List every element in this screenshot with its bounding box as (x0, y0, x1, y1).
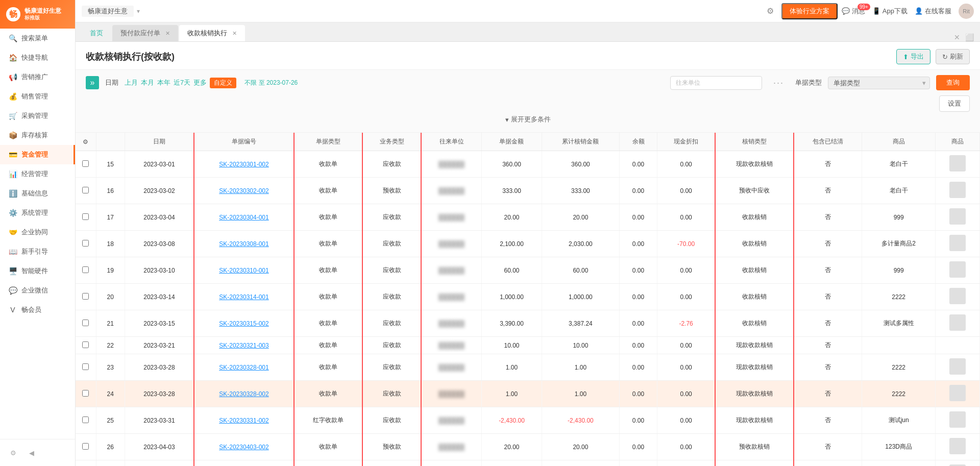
sidebar-item-search-menu[interactable]: 🔍搜索菜单 (0, 29, 75, 48)
operations-label: 经营管理 (21, 169, 48, 179)
voucher-no-link[interactable]: SK-20230302-002 (219, 187, 268, 194)
cell-check[interactable] (76, 354, 96, 381)
row-checkbox[interactable] (82, 390, 89, 397)
voucher-no-link[interactable]: SK-20230301-002 (219, 161, 268, 168)
last-7-days-btn[interactable]: 近7天 (174, 78, 190, 87)
tab-expand-icon[interactable]: ⬜ (965, 33, 974, 41)
table-row: 25 2023-03-31 SK-20230331-002 红字收款单 应收款 … (76, 407, 980, 434)
sidebar-item-marketing[interactable]: 📢营销推广 (0, 67, 75, 87)
voucher-no-link[interactable]: SK-20230331-002 (219, 417, 268, 424)
cell-written-off: 1.00 (542, 354, 619, 381)
cell-check[interactable] (76, 257, 96, 284)
topbar-service[interactable]: 👤 在线客服 (915, 7, 951, 16)
cell-product: 2222 (862, 354, 936, 381)
sidebar-item-enterprise[interactable]: 🤝企业协同 (0, 223, 75, 242)
row-checkbox[interactable] (82, 240, 89, 247)
voucher-no-link[interactable]: SK-20230304-001 (219, 214, 268, 221)
sidebar-item-sales[interactable]: 💰销售管理 (0, 87, 75, 106)
th-gear[interactable]: ⚙ (76, 133, 96, 151)
this-month-btn[interactable]: 本月 (141, 78, 154, 87)
expand-conditions-btn[interactable]: ▾ 展开更多条件 (505, 115, 551, 124)
voucher-no-link[interactable]: SK-20230403-002 (219, 444, 268, 451)
custom-date-btn[interactable]: 自定义 (210, 78, 236, 88)
voucher-no-link[interactable]: SK-20230315-002 (219, 320, 268, 327)
data-table: ⚙ 日期 单据编号 单据类型 业务类型 往来单位 单据金额 累计核销金额 余额 … (76, 133, 980, 466)
cell-voucher-type: 收款单 (294, 257, 362, 284)
voucher-type-select[interactable]: 单据类型 (828, 77, 930, 89)
voucher-no-link[interactable]: SK-20230310-001 (219, 267, 268, 274)
row-checkbox[interactable] (82, 341, 89, 348)
solution-button[interactable]: 体验行业方案 (781, 3, 838, 19)
row-checkbox[interactable] (82, 160, 89, 167)
sidebar: 畅 畅康道好生意 标推版 🔍搜索菜单🏠快捷导航📢营销推广💰销售管理🛒采购管理📦库… (0, 0, 76, 466)
table-body: 15 2023-03-01 SK-20230301-002 收款单 应收款 ██… (76, 151, 980, 467)
row-checkbox[interactable] (82, 187, 89, 193)
voucher-no-link[interactable]: SK-20230321-003 (219, 342, 268, 349)
refresh-button[interactable]: ↻ 刷新 (936, 49, 970, 64)
cell-seq: 23 (96, 354, 125, 381)
cell-check[interactable] (76, 310, 96, 337)
this-year-btn[interactable]: 本年 (157, 78, 170, 87)
sidebar-item-member[interactable]: V畅会员 (0, 300, 75, 320)
tab-pre-payment[interactable]: 预付款应付单 ✕ (112, 25, 178, 41)
sidebar-item-inventory[interactable]: 📦库存核算 (0, 126, 75, 145)
row-checkbox[interactable] (82, 363, 89, 370)
sidebar-item-wechat[interactable]: 💬企业微信 (0, 281, 75, 300)
cell-voucher-no: SK-20230408-001 (194, 460, 294, 467)
sidebar-item-purchase[interactable]: 🛒采购管理 (0, 106, 75, 126)
setting-button[interactable]: 设置 (939, 95, 970, 112)
more-dates-btn[interactable]: 更多 (193, 78, 207, 87)
topbar-app-download[interactable]: 📱 App下载 (872, 7, 908, 16)
voucher-no-link[interactable]: SK-20230328-001 (219, 364, 268, 371)
tab-home[interactable]: 首页 (82, 25, 111, 41)
sidebar-item-hardware[interactable]: 🖥️智能硬件 (0, 261, 75, 281)
cell-check[interactable] (76, 204, 96, 231)
operations-icon: 📊 (8, 169, 17, 179)
tab-collection-exec[interactable]: 收款核销执行 ✕ (179, 25, 245, 41)
row-checkbox[interactable] (82, 416, 89, 423)
row-checkbox[interactable] (82, 293, 89, 300)
sidebar-item-operations[interactable]: 📊经营管理 (0, 164, 75, 184)
sidebar-item-finance[interactable]: 💳资金管理 (0, 145, 75, 164)
topbar-message[interactable]: 💬 消息 99+ (842, 7, 865, 16)
cell-biz-type: 应收款 (362, 151, 421, 178)
sidebar-item-system[interactable]: ⚙️系统管理 (0, 203, 75, 223)
tab-pre-payment-close[interactable]: ✕ (165, 30, 170, 37)
voucher-no-link[interactable]: SK-20230308-001 (219, 240, 268, 248)
collapse-icon[interactable]: ◀ (24, 446, 39, 460)
cell-check[interactable] (76, 178, 96, 204)
export-button[interactable]: ⬆ 导出 (896, 49, 930, 64)
topbar-gear-icon[interactable]: ⚙ (763, 4, 777, 18)
cell-product-img (936, 231, 980, 257)
cell-voucher-type: 红字收款单 (294, 407, 362, 434)
sidebar-item-quick-nav[interactable]: 🏠快捷导航 (0, 48, 75, 67)
cell-check[interactable] (76, 151, 96, 178)
cell-written-off: 1.00 (542, 381, 619, 407)
cell-check[interactable] (76, 407, 96, 434)
sidebar-item-basic[interactable]: ℹ️基础信息 (0, 184, 75, 203)
row-checkbox[interactable] (82, 266, 89, 273)
settings-icon[interactable]: ⚙ (6, 446, 20, 460)
cell-check[interactable] (76, 434, 96, 460)
tab-close-all-icon[interactable]: ✕ (954, 33, 960, 41)
voucher-no-link[interactable]: SK-20230328-002 (219, 390, 268, 398)
topbar-chevron[interactable]: ▾ (137, 8, 140, 15)
query-button[interactable]: 查询 (936, 75, 970, 90)
tab-collection-close[interactable]: ✕ (232, 30, 237, 37)
row-checkbox[interactable] (82, 213, 89, 220)
topbar-avatar[interactable]: Rit (959, 4, 974, 19)
row-checkbox[interactable] (82, 320, 89, 326)
cell-check[interactable] (76, 460, 96, 467)
cell-check[interactable] (76, 381, 96, 407)
cell-check[interactable] (76, 284, 96, 310)
prev-month-btn[interactable]: 上月 (125, 78, 138, 87)
voucher-no-link[interactable]: SK-20230314-001 (219, 293, 268, 301)
cell-voucher-type: 收款单 (294, 460, 362, 467)
cell-check[interactable] (76, 231, 96, 257)
cell-check[interactable] (76, 337, 96, 354)
filter-toggle-btn[interactable]: » (86, 76, 99, 89)
row-checkbox[interactable] (82, 443, 89, 450)
sidebar-item-guide[interactable]: 📖新手引导 (0, 242, 75, 261)
cell-include-settled: 否 (794, 257, 862, 284)
cell-date: 2023-03-08 (125, 231, 194, 257)
